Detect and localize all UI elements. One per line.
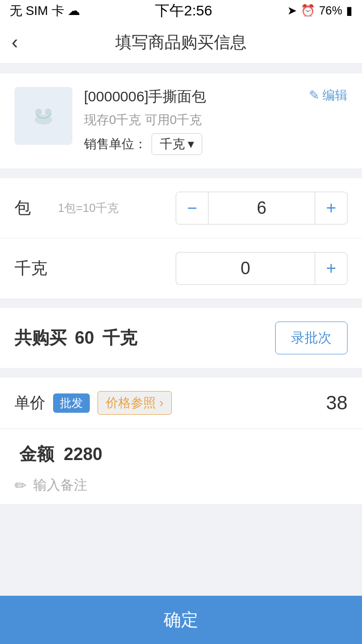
total-row: 共购买 60 千克 录批次 <box>0 308 362 368</box>
unit-selector[interactable]: 千克 ▾ <box>152 133 202 155</box>
nav-bar: ‹ 填写商品购买信息 <box>0 21 362 64</box>
bao-quantity-section: 包 1包=10千克 − + 千克 + <box>0 178 362 298</box>
kg-quantity-row: 千克 + <box>0 238 362 298</box>
amount-row: 金额 2280 <box>14 443 348 466</box>
bao-controls: − + <box>176 192 348 224</box>
product-card: [0000006]手撕面包 现存0千克 可用0千克 销售单位： 千克 ▾ ✎ 编… <box>0 73 362 168</box>
product-stock: 现存0千克 可用0千克 <box>84 112 348 128</box>
edit-icon: ✎ <box>309 88 320 103</box>
unit-label: 销售单位： <box>84 136 147 153</box>
amount-value: 2280 <box>64 444 102 464</box>
sim-status: 无 SIM 卡 ☁ <box>10 2 80 19</box>
bao-quantity-row: 包 1包=10千克 − + <box>0 178 362 238</box>
bao-plus-button[interactable]: + <box>315 192 348 224</box>
pencil-icon: ✏ <box>14 477 27 494</box>
price-reference-button[interactable]: 价格参照 › <box>97 391 172 415</box>
kg-controls: + <box>176 252 348 285</box>
amount-section: 金额 2280 ✏ 输入备注 <box>0 429 362 504</box>
price-value: 38 <box>326 392 348 414</box>
status-right: ➤ ⏰ 76% ▮ <box>287 4 352 17</box>
product-name: [0000006]手撕面包 <box>84 87 348 107</box>
battery-icon: ▮ <box>346 4 352 17</box>
svg-point-2 <box>35 115 52 125</box>
bao-minus-button[interactable]: − <box>176 192 209 224</box>
note-placeholder: 输入备注 <box>33 476 87 494</box>
kg-plus-button[interactable]: + <box>315 252 348 285</box>
price-label: 单价 <box>14 392 45 414</box>
product-info: [0000006]手撕面包 现存0千克 可用0千克 销售单位： 千克 ▾ <box>84 87 348 155</box>
product-unit: 销售单位： 千克 ▾ <box>84 133 348 155</box>
batch-button[interactable]: 录批次 <box>275 322 348 354</box>
status-time: 下午2:56 <box>155 1 212 21</box>
alarm-icon: ⏰ <box>301 4 315 17</box>
battery-level: 76% <box>319 4 342 17</box>
unit-value: 千克 <box>160 136 185 153</box>
note-row[interactable]: ✏ 输入备注 <box>14 476 348 494</box>
unit-chevron-icon: ▾ <box>188 137 194 152</box>
edit-label: 编辑 <box>322 87 348 104</box>
page-title: 填写商品购买信息 <box>115 31 247 54</box>
total-prefix: 共购买 <box>14 328 67 348</box>
price-section: 单价 批发 价格参照 › 38 <box>0 378 362 428</box>
amount-label: 金额 <box>19 444 54 464</box>
status-left: 无 SIM 卡 ☁ <box>10 2 80 19</box>
bao-label: 包 <box>14 197 53 219</box>
product-thumbnail <box>14 87 72 145</box>
bao-quantity-input[interactable] <box>209 192 315 224</box>
edit-button[interactable]: ✎ 编辑 <box>309 87 348 104</box>
location-icon: ➤ <box>287 4 297 17</box>
bao-hint: 1包=10千克 <box>58 200 176 216</box>
back-button[interactable]: ‹ <box>12 31 18 53</box>
total-text: 共购买 60 千克 <box>14 326 137 350</box>
kg-label: 千克 <box>14 257 53 280</box>
confirm-button[interactable]: 确定 <box>0 596 362 644</box>
total-unit: 千克 <box>102 328 137 348</box>
total-value: 60 <box>75 328 94 348</box>
price-type-tag: 批发 <box>53 393 90 413</box>
status-bar: 无 SIM 卡 ☁ 下午2:56 ➤ ⏰ 76% ▮ <box>0 0 362 21</box>
spacer <box>0 504 362 596</box>
kg-quantity-input[interactable] <box>176 252 315 285</box>
